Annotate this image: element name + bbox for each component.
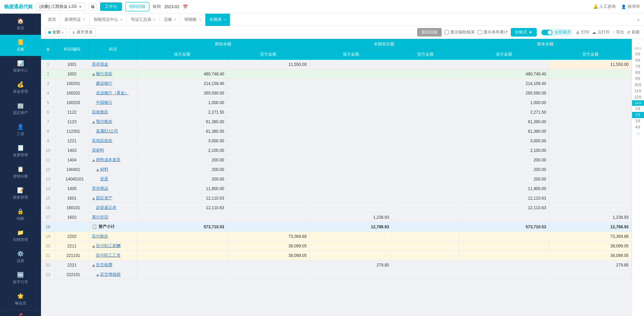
company-selector[interactable]: (勿删) 江西殷金-LSS ▼ xyxy=(36,3,85,11)
tab-new-voucher[interactable]: 新增凭证 × xyxy=(60,14,90,26)
account-name[interactable]: ▲材料成本差异 xyxy=(89,155,137,165)
tab-voucher-summary[interactable]: 凭证汇总表 × xyxy=(127,14,160,26)
account-name[interactable]: ▲银行存款 xyxy=(89,69,137,79)
tab-close-icon[interactable]: × xyxy=(174,18,176,21)
filter-all-selector[interactable]: 全部 › xyxy=(45,28,66,37)
account-code: 14040101 xyxy=(55,174,89,184)
tab-home[interactable]: 首页 xyxy=(44,14,60,26)
reports-icon: 📊 xyxy=(17,60,24,67)
sidebar-item-home[interactable]: 🏠 首页 xyxy=(0,14,41,35)
print-button[interactable]: 🖨 打印 xyxy=(576,29,589,35)
month-item-5[interactable]: 5月 xyxy=(632,51,644,57)
start-debit xyxy=(137,213,227,222)
sidebar-item-salary[interactable]: 👤 工资 xyxy=(0,119,41,141)
account-name[interactable]: 应付职工工资 xyxy=(89,251,137,260)
tab-close-icon[interactable]: × xyxy=(199,18,201,21)
return-old-version-button[interactable]: 退回旧版 xyxy=(417,28,442,37)
account-name[interactable]: 库存现金 xyxy=(89,60,137,69)
account-name[interactable]: ▲应交税费 xyxy=(89,260,137,270)
account-name[interactable]: ▲固定资产 xyxy=(89,193,137,203)
export-button[interactable]: ↑ 导出 xyxy=(613,29,624,35)
account-name[interactable]: 原材料 xyxy=(89,146,137,155)
month-item-9[interactable]: 9月 xyxy=(632,76,644,82)
current-debit xyxy=(310,146,392,155)
month-item-1[interactable]: 1月 xyxy=(632,106,644,112)
account-name[interactable]: ▲应交增值税 xyxy=(89,270,137,279)
sidebar-item-invoice[interactable]: 🧾 发票管理 xyxy=(0,141,41,162)
month-item-2[interactable]: 2月 xyxy=(632,112,644,118)
tab-close-icon[interactable]: × xyxy=(83,18,85,21)
account-name[interactable]: ▲预付账款 xyxy=(89,117,137,127)
sidebar-item-ledger[interactable]: 📒 总账 xyxy=(0,35,41,56)
workbench-button[interactable]: 工作台 xyxy=(100,2,122,11)
tab-close-icon[interactable]: × xyxy=(224,18,226,21)
aux-calc-input[interactable] xyxy=(444,30,449,34)
close-all-tabs-button[interactable]: × xyxy=(633,17,644,23)
month-item-11[interactable]: 11月 xyxy=(632,88,644,94)
end-debit xyxy=(459,232,549,241)
tab-close-icon[interactable]: × xyxy=(153,18,155,21)
sidebar-item-member[interactable]: 🌟 畅会员 xyxy=(0,289,41,310)
period-value[interactable]: 2023-02 xyxy=(164,4,179,9)
month-item-4[interactable]: 4月 xyxy=(632,124,644,130)
account-name[interactable]: 应收账款 xyxy=(89,107,137,117)
sidebar-item-assets[interactable]: 🏢 固定资产 xyxy=(0,98,41,119)
account-name[interactable]: 累计折旧 xyxy=(89,213,137,222)
tab-detail[interactable]: 明细账 × xyxy=(180,14,205,26)
month-item-8[interactable]: 8月 xyxy=(632,70,644,76)
account-name[interactable]: ▲应付职工薪酬 xyxy=(89,241,137,251)
month-item-7[interactable]: 7月 xyxy=(632,63,644,70)
tab-ledger[interactable]: 总账 × xyxy=(160,14,181,26)
switch-version-button[interactable]: 切到旧版 xyxy=(125,2,149,11)
month-item-10[interactable]: 10月 xyxy=(632,82,644,88)
account-name[interactable]: 建设银行 xyxy=(89,79,137,88)
tab-bar: 首页 新增凭证 × 智能凭证中心 × 凭证汇总表 × 总账 × xyxy=(41,14,644,26)
copy-icon-button[interactable]: ⧉ xyxy=(89,3,97,11)
year-item-2023-active[interactable]: 2023 xyxy=(632,100,644,106)
invoice-icon: 🧾 xyxy=(17,145,24,151)
show-aux-calc-checkbox[interactable]: 显示辅助核算 xyxy=(444,29,475,35)
sidebar-item-settings[interactable]: ⚙️ 设置 xyxy=(0,246,41,268)
month-item-12[interactable]: 12月 xyxy=(632,94,644,100)
cloud-print-button[interactable]: ☁ 云打印 xyxy=(592,29,610,35)
toggle-switch[interactable] xyxy=(542,30,552,35)
sidebar-item-guide[interactable]: 🆕 新手引导 xyxy=(0,268,41,289)
show-year-accum-checkbox[interactable]: 显示本年累计 xyxy=(478,29,508,35)
account-code: 1403 xyxy=(55,146,89,155)
sidebar-item-archive[interactable]: 📁 归档管理 xyxy=(0,225,41,246)
tab-close-icon[interactable]: × xyxy=(120,18,122,21)
year-accum-input[interactable] xyxy=(478,30,482,34)
calendar-icon[interactable]: 📅 xyxy=(183,4,188,9)
account-name[interactable]: 库存商品 xyxy=(89,184,137,193)
sidebar-item-capital[interactable]: 💰 资金管理 xyxy=(0,77,41,98)
user-avatar-area[interactable]: 👤 徐泽华 xyxy=(621,4,640,10)
account-name[interactable]: 应付账款 xyxy=(89,232,137,241)
expand-all-toggle[interactable]: 全部展开 xyxy=(539,29,573,36)
account-name[interactable]: 中国银行 xyxy=(89,98,137,107)
cancel-fixed-button[interactable]: 📌 取消固定 xyxy=(0,310,41,316)
account-name[interactable]: ▲材料 xyxy=(89,165,137,174)
account-name[interactable]: 其他应收款 xyxy=(89,136,137,146)
tab-balance[interactable]: 余额表 × xyxy=(205,14,230,26)
year-panel-expand[interactable]: › xyxy=(637,40,640,46)
account-name[interactable]: 起提基记本 xyxy=(89,203,137,213)
account-name[interactable]: 农业银行（黄金） xyxy=(89,88,137,98)
refresh-button[interactable]: ↺ 刷新 xyxy=(627,29,640,35)
full-mode-button[interactable]: 全账式 ▼ xyxy=(511,28,537,37)
account-name[interactable]: 壹蛋 xyxy=(89,174,137,184)
sidebar-item-sales[interactable]: 📋 进销台账 xyxy=(0,162,41,183)
sidebar-item-reports[interactable]: 📊 报表中心 xyxy=(0,56,41,77)
start-debit xyxy=(137,260,227,270)
month-item-6[interactable]: 6月 xyxy=(632,57,644,63)
sidebar: 🏠 首页 📒 总账 📊 报表中心 💰 资金管理 🏢 固定资产 👤 工资 xyxy=(0,14,41,316)
start-debit: 2,100.00 xyxy=(137,146,227,155)
expand-more-button[interactable]: ∨ 展开更多 xyxy=(69,28,96,37)
account-name[interactable]: 嘉属EU公司 xyxy=(89,127,137,136)
current-credit xyxy=(392,117,458,127)
tab-smart-center[interactable]: 智能凭证中心 × xyxy=(90,14,127,26)
sidebar-item-tax[interactable]: 📝 税务管理 xyxy=(0,183,41,204)
sidebar-item-close[interactable]: 🔒 结账 xyxy=(0,204,41,225)
consult-button[interactable]: 🔔 人工咨询 xyxy=(593,4,616,10)
month-item-3[interactable]: 3月 xyxy=(632,118,644,124)
current-debit xyxy=(310,79,392,88)
